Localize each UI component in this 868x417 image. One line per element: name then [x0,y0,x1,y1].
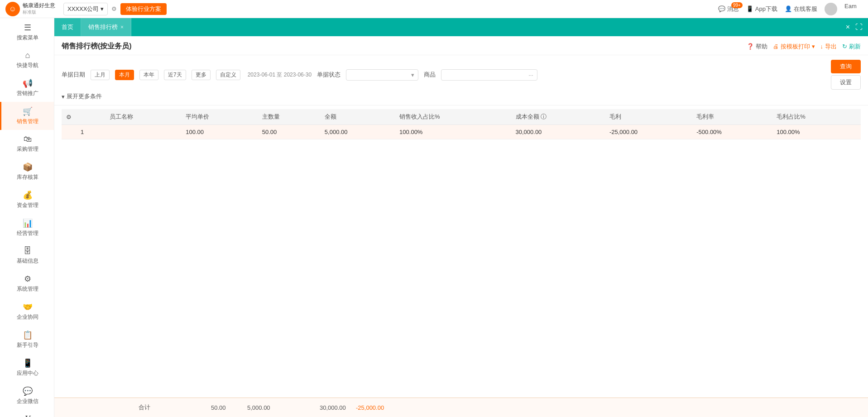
sidebar-item-system[interactable]: ⚙ 系统管理 [0,269,54,297]
footer-gross: -25,000.00 [351,403,388,413]
goods-input[interactable]: ··· [441,69,537,81]
sidebar-item-corp[interactable]: 🤝 企业协同 [0,297,54,326]
sidebar-item-apps[interactable]: 📱 应用中心 [0,354,54,382]
apps-icon: 📱 [23,358,33,368]
service-item[interactable]: 👤 在线客服 [785,5,817,13]
cell-name [105,125,182,139]
message-badge: 99+ [731,2,743,8]
more-icon[interactable]: ··· [528,72,533,78]
tab-home[interactable]: 首页 [54,18,81,36]
logo: ☺ 畅康通好生意 标准版 [5,2,60,16]
app-label: App下载 [755,5,777,13]
sidebar-item-purchase[interactable]: 🛍 采购管理 [0,130,54,158]
date-btn-custom[interactable]: 自定义 [216,70,240,80]
col-name: 员工名称 [105,109,182,125]
settings-icon[interactable]: ⚙ [111,5,117,12]
cell-avg-price: 100.00 [181,125,258,139]
date-range-text: 2023-06-01 至 2023-06-30 [248,71,312,79]
cell-sales-pct: 100.00% [395,125,511,139]
print-icon: 🖨 [773,43,779,50]
sidebar-label: 库存核算 [17,173,38,181]
sidebar-label: 应用中心 [17,369,38,377]
sidebar-item-sales[interactable]: 🛒 销售管理 [0,102,54,130]
cell-gross-pct: 100.00% [772,125,861,139]
date-btn-more[interactable]: 更多 [192,70,211,80]
sidebar-item-inventory[interactable]: 📦 库存核算 [0,158,54,186]
sidebar-item-basic[interactable]: 🗄 基础信息 [0,242,54,269]
sidebar-item-member[interactable]: V 畅会员 [0,410,54,417]
tab-sales-rank[interactable]: 销售排行榜 × [81,18,131,36]
system-icon: ⚙ [24,274,31,284]
cell-amount: 5,000.00 [320,125,395,139]
col-gross-rate: 毛利率 [692,109,772,125]
date-filter-label: 单据日期 [62,71,85,79]
expand-label: 展开更多条件 [67,92,102,101]
query-button[interactable]: 查询 [831,60,861,73]
company-selector[interactable]: XXXXX公司 ▾ [63,3,108,15]
cell-settings [62,125,76,139]
avatar[interactable] [825,3,837,15]
refresh-button[interactable]: ↻ 刷新 [842,43,861,51]
print-button[interactable]: 🖨 按模板打印 ▾ [773,43,815,51]
col-rank [76,109,105,125]
sidebar-label: 企业协同 [17,313,38,321]
date-btn-this-month[interactable]: 本月 [115,70,134,80]
table-head: ⚙ 员工名称 平均单价 主数量 全额 销售收入占比% 成本全额 ⓘ 毛利 毛利率… [62,109,861,125]
col-amount: 全额 [320,109,395,125]
sidebar-item-search[interactable]: ☰ 搜索菜单 [0,18,54,46]
chevron-down-icon: ▾ [101,5,104,12]
logo-icon: ☺ [5,2,20,16]
export-label: 导出 [825,43,837,51]
footer-cost: 30,000.00 [315,403,351,413]
tab-close-icon[interactable]: × [120,24,124,30]
sidebar-label: 新手引导 [17,341,38,349]
status-select[interactable]: ▾ [346,69,418,81]
tab-close-button[interactable]: × [846,23,850,31]
help-icon: ❓ [747,43,754,50]
sidebar-item-guide[interactable]: 📋 新手引导 [0,326,54,354]
sidebar-label: 企业微信 [17,398,38,405]
sidebar-item-marketing[interactable]: 📢 营销推广 [0,74,54,102]
cell-qty: 50.00 [258,125,320,139]
app-download-item[interactable]: 📱 App下载 [746,5,777,13]
sidebar-item-shortcut[interactable]: ⌂ 快捷导航 [0,46,54,74]
col-qty: 主数量 [258,109,320,125]
expand-more-btn[interactable]: ▾ 展开更多条件 [62,92,861,101]
refresh-label: 刷新 [849,43,861,51]
tab-expand-button[interactable]: ⛶ [855,23,863,31]
trial-button[interactable]: 体验行业方案 [120,3,167,15]
col-sales-pct: 销售收入占比% [395,109,511,125]
message-icon-item[interactable]: 💬 消息 99+ [718,5,739,13]
export-button[interactable]: ↓ 导出 [820,43,837,51]
basic-icon: 🗄 [24,246,32,256]
help-label: 帮助 [756,43,767,51]
col-settings[interactable]: ⚙ [62,109,76,125]
date-btn-this-year[interactable]: 本年 [139,70,158,80]
page-header: 销售排行榜(按业务员) ❓ 帮助 🖨 按模板打印 ▾ ↓ 导出 [54,36,868,55]
sidebar-label: 系统管理 [17,285,38,293]
help-button[interactable]: ❓ 帮助 [747,43,767,51]
footer-sales-pct [279,406,315,409]
app-icon: 📱 [746,5,753,12]
col-cost: 成本全额 ⓘ [511,109,605,125]
operations-icon: 📊 [23,218,33,228]
sidebar-item-finance[interactable]: 💰 资金管理 [0,186,54,214]
table-footer: 合计 50.00 5,000.00 30,000.00 -25,000.00 [54,398,868,417]
sales-icon: 🛒 [23,106,33,116]
setting-button[interactable]: 设置 [831,75,861,90]
col-gross: 毛利 [605,109,692,125]
home-tab-label: 首页 [62,23,73,31]
sidebar-item-wechat[interactable]: 💬 企业微信 [0,382,54,410]
top-bar-right: 💬 消息 99+ 📱 App下载 👤 在线客服 Eam [718,3,863,15]
search-icon: ☰ [24,23,31,33]
purchase-icon: 🛍 [24,134,32,144]
finance-icon: 💰 [23,190,33,200]
date-btn-prev-month[interactable]: 上月 [91,70,110,80]
page-title: 销售排行榜(按业务员) [62,42,132,51]
table-area: ⚙ 员工名称 平均单价 主数量 全额 销售收入占比% 成本全额 ⓘ 毛利 毛利率… [54,105,868,398]
date-btn-7days[interactable]: 近7天 [164,70,186,80]
footer-gross-pct [425,406,461,409]
data-table: ⚙ 员工名称 平均单价 主数量 全额 销售收入占比% 成本全额 ⓘ 毛利 毛利率… [62,109,861,139]
sidebar-item-operations[interactable]: 📊 经营管理 [0,214,54,242]
header-actions: ❓ 帮助 🖨 按模板打印 ▾ ↓ 导出 ↻ 刷新 [747,43,861,51]
